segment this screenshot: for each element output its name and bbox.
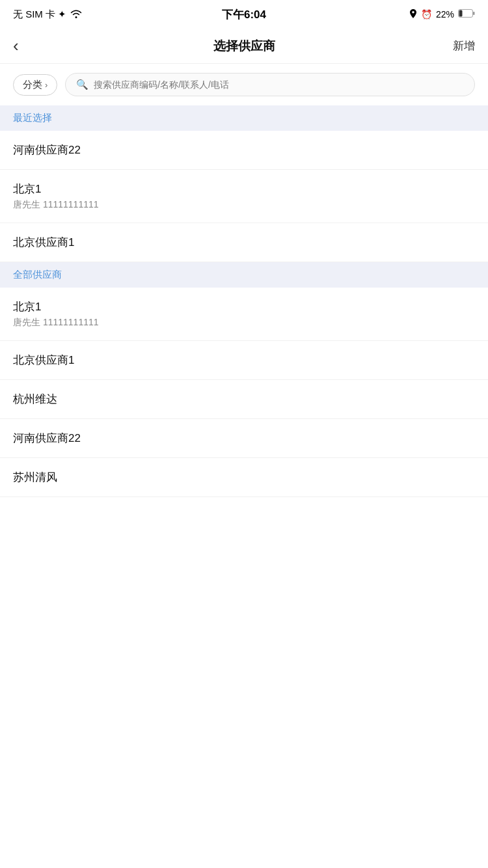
item-sub: 唐先生 11111111111 bbox=[13, 317, 475, 329]
search-box[interactable]: 🔍 bbox=[65, 73, 475, 96]
chevron-right-icon: › bbox=[45, 80, 47, 90]
list-item[interactable]: 北京1唐先生 11111111111 bbox=[0, 288, 488, 341]
list-item[interactable]: 北京1唐先生 11111111111 bbox=[0, 170, 488, 223]
list-item[interactable]: 北京供应商1 bbox=[0, 223, 488, 262]
wifi-icon bbox=[70, 9, 82, 20]
item-name: 河南供应商22 bbox=[13, 431, 475, 446]
status-bar: 无 SIM 卡 ✦ 下午6:04 ⏰ 22% bbox=[0, 0, 488, 29]
svg-rect-2 bbox=[473, 12, 475, 15]
recent-section-header: 最近选择 bbox=[0, 105, 488, 131]
location-icon bbox=[409, 9, 417, 20]
svg-rect-1 bbox=[459, 10, 463, 17]
status-left: 无 SIM 卡 ✦ bbox=[13, 8, 82, 21]
status-time: 下午6:04 bbox=[222, 7, 266, 22]
list-item[interactable]: 河南供应商22 bbox=[0, 131, 488, 170]
nav-bar: ‹ 选择供应商 新增 bbox=[0, 29, 488, 64]
item-sub: 唐先生 11111111111 bbox=[13, 199, 475, 211]
list-item[interactable]: 河南供应商22 bbox=[0, 419, 488, 458]
item-name: 北京供应商1 bbox=[13, 353, 475, 368]
battery-icon bbox=[458, 9, 475, 20]
category-button[interactable]: 分类 › bbox=[13, 74, 57, 96]
filter-bar: 分类 › 🔍 bbox=[0, 64, 488, 105]
all-section-header: 全部供应商 bbox=[0, 262, 488, 288]
page-title: 选择供应商 bbox=[213, 38, 275, 55]
alarm-icon: ⏰ bbox=[421, 9, 432, 20]
item-name: 北京供应商1 bbox=[13, 235, 475, 250]
add-button[interactable]: 新增 bbox=[453, 38, 475, 53]
back-button[interactable]: ‹ bbox=[8, 31, 24, 61]
item-name: 北京1 bbox=[13, 299, 475, 314]
category-label: 分类 bbox=[23, 79, 42, 91]
item-name: 北京1 bbox=[13, 182, 475, 197]
item-name: 河南供应商22 bbox=[13, 142, 475, 157]
recent-items-list: 河南供应商22北京1唐先生 11111111111北京供应商1 bbox=[0, 131, 488, 262]
item-name: 苏州清风 bbox=[13, 470, 475, 485]
search-icon: 🔍 bbox=[76, 79, 88, 90]
status-right: ⏰ 22% bbox=[409, 9, 475, 20]
item-name: 杭州维达 bbox=[13, 392, 475, 407]
list-item[interactable]: 北京供应商1 bbox=[0, 341, 488, 380]
battery-text: 22% bbox=[436, 9, 454, 20]
list-item[interactable]: 杭州维达 bbox=[0, 380, 488, 419]
search-input[interactable] bbox=[94, 79, 464, 90]
all-items-list: 北京1唐先生 11111111111北京供应商1杭州维达河南供应商22苏州清风 bbox=[0, 288, 488, 497]
list-item[interactable]: 苏州清风 bbox=[0, 458, 488, 497]
sim-status: 无 SIM 卡 ✦ bbox=[13, 8, 66, 21]
